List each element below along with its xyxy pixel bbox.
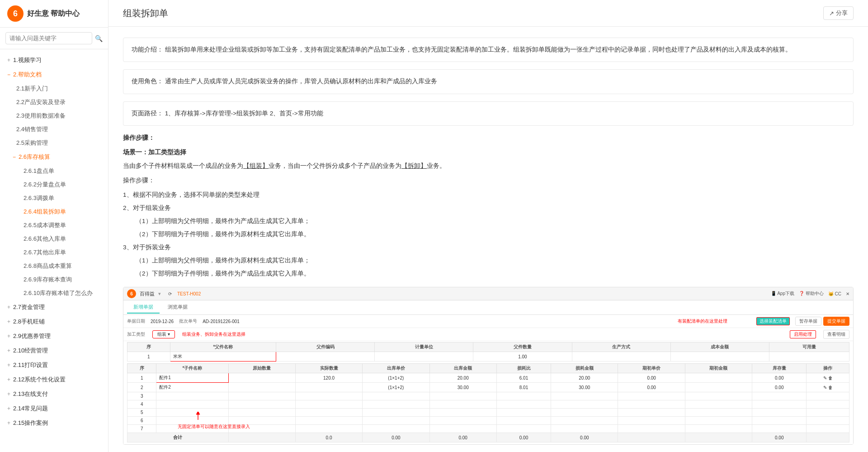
sim-lower-th-1: *子件名称 [156,364,228,373]
sim-upper-table: 序 *父件名称 父件编码 计量单位 父件数量 生产方式 成本金额 可用量 [127,342,849,362]
ann1-label: 有装配清单的在这里处理 [678,318,727,324]
sidebar-item-install[interactable]: 2.2产品安装及登录 [0,95,108,109]
sidebar-item-stocktake[interactable]: 2.6.1盘点单 [0,164,108,178]
sidebar-item-costadj[interactable]: 2.6.5成本调整单 [0,219,108,232]
sim-upper-th-2: 父件编码 [276,343,374,352]
sidebar-item-payment[interactable]: + 2.13在线支付 [0,387,108,401]
sim-help: ❓ 帮助中心 [799,290,824,297]
sim-upper-th-3: 计量单位 [375,343,473,352]
footer-1: 0.0 [295,433,362,442]
sim-detail-btn[interactable]: 查看明细 [823,330,849,339]
search-button[interactable]: 🔍 [95,35,103,42]
sim-upper-th-1: *父件名称 [170,343,276,352]
expand-icon-5: + [7,347,10,354]
sidebar-item-personalize[interactable]: + 2.12系统个性化设置 [0,372,108,387]
sidebar-item-prepare[interactable]: 2.3使用前数据准备 [0,109,108,123]
sidebar-item-assembly[interactable]: 2.6.4组装拆卸单 [0,205,108,219]
cell-1-9 [685,383,752,392]
sim-lower-row-1: 2 配件2 (1×1+2) 30.00 8.01 30.00 0.00 0 [127,383,849,392]
sim-topbar-right: 📱 App下载 ❓ 帮助中心 🐱 CC ✕ [771,290,849,297]
expand-icon-8: + [7,391,10,397]
ann3-label: 启用处理 [790,330,816,338]
sim-upper-cell-method [572,352,670,362]
sim-form-header: 单据日期 2019-12-26 批次单号 AD-20191226-001 有装配… [123,315,853,328]
sidebar: 6 好生意 帮助中心 🔍 + 1.视频学习 − 2.帮助文档 2.1新手入门 2… [0,0,108,452]
sim-upper-cell-unit [375,352,473,362]
sim-tab-browse[interactable]: 浏览单据 [161,301,194,314]
cell-1-6: 8.01 [496,383,551,392]
sim-upper-cell-name: 米米 [170,352,276,362]
sim-lower-table: 序 *子件名称 原始数量 实际数量 出库单价 出库金额 损耗比 损耗金额 期初单… [127,363,849,442]
sidebar-item-new[interactable]: 2.1新手入门 [0,82,108,95]
nav-tree: + 1.视频学习 − 2.帮助文档 2.1新手入门 2.2产品安装及登录 2.3… [0,49,108,452]
steps-title: 操作步骤： [123,175,854,186]
func-intro-block: 功能介绍： 组装拆卸单用来处理企业组装或拆卸等加工业务，支持有固定装配清单的产品… [123,38,854,62]
cell-1-10: 0.00 [752,383,807,392]
step2-sub1: （1）上部明细为父件明细，最终作为产成品生成其它入库单； [136,215,854,227]
sim-process-type-select[interactable]: 组装 ▾ [152,330,175,338]
sim-process-label: 加工类型 [127,331,145,338]
sidebar-item-otheroutbound[interactable]: 2.6.7其他出库单 [0,246,108,259]
ann4-label: 无固定清单可以随意在这里直接录入 [178,423,250,430]
step3-sub2: （2）下部明细为子件明细，最终作为产成品生成其它入库单。 [136,267,854,280]
sim-upper-th-7: 可用量 [769,343,849,352]
sim-tab-new[interactable]: 新增单据 [127,301,160,314]
sidebar-item-coupon[interactable]: + 2.9优惠券管理 [0,329,108,343]
expand-icon-10: + [7,420,10,426]
sidebar-item-adjust[interactable]: 2.6.3调拨单 [0,191,108,205]
step3: 3、对于拆装业务 [123,241,854,253]
sidebar-item-finance[interactable]: + 2.7资金管理 [0,300,108,314]
sim-upper-th-4: 父件数量 [473,343,572,352]
sidebar-item-sales[interactable]: 2.4销售管理 [0,123,108,136]
main-content: 功能介绍： 组装拆卸单用来处理企业组装或拆卸等加工业务，支持有固定装配清单的产品… [108,27,868,452]
sim-select-list-btn[interactable]: 选择装配清单 [756,317,790,325]
logo-text: 好生意 帮助中心 [27,9,80,19]
sidebar-item-split[interactable]: 2.6.2分量盘点单 [0,178,108,191]
footer-label: 合计 [127,433,229,442]
sim-user: 🐱 CC [828,291,841,296]
sim-upper-cell-code [276,352,374,362]
ops-title: 操作步骤： [123,134,854,142]
sidebar-item-video[interactable]: + 1.视频学习 [0,53,108,67]
sim-process-row: 加工类型 组装 ▾ 组装业务、拆卸业务在这里选择 启用处理 查看明细 [123,328,853,341]
sidebar-item-print[interactable]: + 2.11打印设置 [0,358,108,372]
footer-4: 0.00 [496,433,551,442]
sidebar-item-operation[interactable]: + 2.10经营管理 [0,343,108,358]
sidebar-item-docs[interactable]: − 2.帮助文档 [0,67,108,82]
expand-icon-4: + [7,333,10,339]
sidebar-item-mobile[interactable]: + 2.8手机旺铺 [0,314,108,329]
func-intro-text: 组装拆卸单用来处理企业组装或拆卸等加工业务，支持有固定装配清单的产品加工业务，也… [165,46,792,53]
sidebar-item-accounterror[interactable]: 2.6.10库存账本错了怎么办 [0,286,108,300]
sim-refresh: ⟳ [168,291,172,296]
sim-lower-th-7: 损耗金额 [551,364,618,373]
sidebar-item-faq[interactable]: + 2.14常见问题 [0,401,108,416]
sim-upper-cell-seq: 1 [127,352,170,362]
sim-lower-row-3: 4 [127,400,849,409]
expand-icon-7: + [7,376,10,383]
search-input[interactable] [5,32,92,44]
sim-lower-th-4: 出库单价 [363,364,429,373]
steps-list: 1、根据不同的业务，选择不同单据的类型来处理 2、对于组装业务 （1）上部明细为… [123,189,854,280]
sim-tabs-bar: 新增单据 浏览单据 [123,300,853,315]
scenario1-desc: 当由多个子件材料组装成一个成品的业务为【组装】业务，当由一个父件拆分成多个子产品… [123,160,854,172]
sidebar-item-case[interactable]: + 2.15操作案例 [0,416,108,430]
cell-0-0: 1 [127,373,156,383]
role-text: 通常由生产人员或库管人员完成拆装业务的操作，库管人员确认原材料的出库和产成品的入… [165,78,437,85]
sidebar-item-otherinbound[interactable]: 2.6.6其他入库单 [0,232,108,246]
cell-1-5: 30.00 [429,383,496,392]
share-button[interactable]: ↗ 分享 [823,6,854,20]
sim-upper-table-container: 序 *父件名称 父件编码 计量单位 父件数量 生产方式 成本金额 可用量 [123,341,853,362]
sidebar-item-goodscost[interactable]: 2.6.8商品成本重算 [0,259,108,273]
logo-icon: 6 [7,5,24,22]
sim-lower-table-container: 序 *子件名称 原始数量 实际数量 出库单价 出库金额 损耗比 损耗金额 期初单… [123,362,853,444]
sim-lower-th-5: 出库金额 [429,364,496,373]
sim-assembly-section: 有装配清单的在这里处理 选择装配清单 [678,317,790,325]
sidebar-item-inventory[interactable]: − 2.6库存核算 [0,150,108,164]
path-block: 页面路径： 1、库存核算->库存管理->组装拆卸单 2、首页->常用功能 [123,101,854,126]
sidebar-item-stockcheck[interactable]: 2.6.9库存账本查询 [0,273,108,286]
sim-save-btn[interactable]: 暂存单据 [795,317,821,326]
footer-5: 0.00 [551,433,618,442]
sidebar-item-purchase[interactable]: 2.5采购管理 [0,136,108,150]
main: 组装拆卸单 ↗ 分享 功能介绍： 组装拆卸单用来处理企业组装或拆卸等加工业务，支… [108,0,868,452]
sim-submit-btn[interactable]: 提交单据 [823,317,849,326]
